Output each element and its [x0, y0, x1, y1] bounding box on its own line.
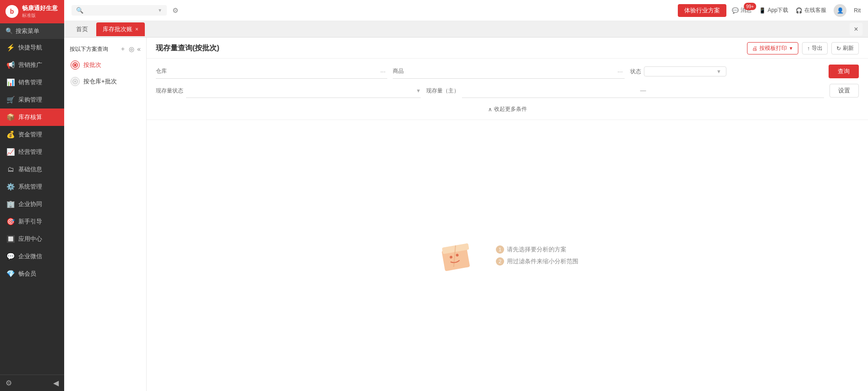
sidebar-item-quick-nav[interactable]: ⚡ 快捷导航 — [0, 39, 64, 56]
headset-icon: 🎧 — [796, 7, 802, 14]
inventory-status-dropdown-icon: ▼ — [416, 88, 421, 93]
page-title: 现存量查询(按批次) — [156, 43, 220, 53]
sidebar-nav: ⚡ 快捷导航 📢 营销推广 📊 销售管理 🛒 采购管理 📦 库存核算 💰 资金管… — [0, 39, 64, 375]
hint-1-num: 1 — [496, 245, 504, 254]
status-dropdown[interactable]: ▼ — [644, 66, 726, 76]
product-label: 商品 — [393, 67, 404, 75]
settings-footer-icon[interactable]: ⚙ — [5, 379, 12, 387]
header-gear-btn[interactable]: ⚙ — [172, 6, 178, 15]
app-name: 畅康通好生意 — [22, 5, 58, 12]
header-search-input[interactable] — [86, 7, 155, 14]
user-avatar[interactable]: 👤 — [834, 4, 846, 17]
collapse-more-button[interactable]: ∧ 收起更多条件 — [156, 103, 859, 116]
quantity-min-input[interactable] — [462, 86, 636, 96]
hint-2-text: 用过滤条件来缩小分析范围 — [507, 257, 578, 266]
scheme-batch-icon — [71, 60, 80, 70]
customer-service-button[interactable]: 🎧 在线客服 — [796, 6, 826, 14]
product-dots[interactable]: ··· — [615, 68, 625, 75]
export-button[interactable]: ↑ 导出 — [802, 42, 828, 54]
vip-icon: 💎 — [6, 270, 15, 278]
purchase-icon: 🛒 — [6, 96, 15, 104]
warehouse-input[interactable] — [170, 66, 379, 76]
product-input[interactable] — [407, 66, 615, 76]
filter-row-1: 仓库 ··· 商品 ··· 状态 ▼ — [156, 64, 859, 79]
operations-icon: 📈 — [6, 148, 15, 156]
sidebar-item-newbie[interactable]: 🎯 新手引导 — [0, 213, 64, 230]
product-filter-field[interactable]: 商品 ··· — [393, 64, 624, 79]
marketing-icon: 📢 — [6, 61, 15, 69]
sidebar-item-system[interactable]: ⚙️ 系统管理 — [0, 178, 64, 196]
quantity-range: — — [462, 84, 824, 98]
warehouse-filter-field[interactable]: 仓库 ··· — [156, 64, 387, 79]
collapse-left-icon[interactable]: « — [137, 45, 141, 53]
query-button[interactable]: 查询 — [829, 65, 859, 78]
refresh-button[interactable]: ↻ 刷新 — [831, 42, 859, 54]
scheme-by-warehouse-batch[interactable]: 按仓库+批次 — [64, 73, 146, 90]
sidebar-item-vip[interactable]: 💎 畅会员 — [0, 265, 64, 282]
empty-state: 1 请先选择要分析的方案 2 用过滤条件来缩小分析范围 — [147, 120, 868, 391]
sidebar-item-purchase[interactable]: 🛒 采购管理 — [0, 91, 64, 109]
hint-2-num: 2 — [496, 257, 504, 266]
tab-inventory-batch[interactable]: 库存批次账 × — [96, 22, 145, 36]
warehouse-dots[interactable]: ··· — [379, 68, 388, 75]
sidebar-item-inventory[interactable]: 📦 库存核算 — [0, 109, 64, 126]
tab-bar: 首页 库存批次账 × × — [64, 21, 868, 38]
sidebar-footer: ⚙ ◀ — [0, 375, 64, 391]
app-download-icon: 📱 — [759, 7, 766, 14]
message-icon: 💬 — [732, 7, 739, 14]
sidebar-item-enterprise[interactable]: 🏢 企业协同 — [0, 196, 64, 213]
status-label: 状态 — [630, 68, 641, 76]
print-icon: 🖨 — [752, 45, 758, 52]
sidebar-item-operations[interactable]: 📈 经营管理 — [0, 143, 64, 161]
settings-button[interactable]: 设置 — [830, 84, 859, 98]
scheme-by-batch[interactable]: 按批次 — [64, 57, 146, 73]
inventory-quantity-area: 现存量（主） — — [426, 84, 824, 98]
sidebar-item-finance[interactable]: 💰 资金管理 — [0, 126, 64, 143]
sidebar-item-sales[interactable]: 📊 销售管理 — [0, 74, 64, 91]
status-dropdown-icon: ▼ — [716, 69, 721, 74]
experience-button[interactable]: 体验行业方案 — [678, 4, 726, 17]
tab-panel-close-button[interactable]: × — [850, 23, 863, 36]
header-search-box[interactable]: 🔍 ▼ — [71, 5, 167, 16]
sidebar-item-marketing[interactable]: 📢 营销推广 — [0, 56, 64, 74]
sidebar-item-wechat[interactable]: 💬 企业微信 — [0, 248, 64, 265]
sidebar-item-basics[interactable]: 🗂 基础信息 — [0, 161, 64, 178]
filter-area: 仓库 ··· 商品 ··· 状态 ▼ — [147, 59, 868, 120]
wechat-icon: 💬 — [6, 252, 15, 261]
quantity-dash: — — [640, 87, 646, 94]
app-download-button[interactable]: 📱 App下载 — [759, 6, 788, 14]
manage-scheme-icon[interactable]: ◎ — [129, 45, 134, 53]
basics-icon: 🗂 — [6, 165, 15, 173]
print-dropdown-icon[interactable]: ▼ — [789, 46, 793, 51]
tab-home[interactable]: 首页 — [70, 22, 94, 36]
app-subtitle: 标准版 — [22, 12, 58, 19]
empty-text-block: 1 请先选择要分析的方案 2 用过滤条件来缩小分析范围 — [496, 245, 578, 266]
left-panel: 按以下方案查询 ＋ ◎ « 按批次 按仓库+批次 — [64, 38, 147, 391]
message-button[interactable]: 💬 消息 99+ — [732, 6, 752, 14]
print-button[interactable]: 🖨 按模板打印 ▼ — [747, 42, 798, 54]
sidebar-item-apps[interactable]: 🔲 应用中心 — [0, 230, 64, 248]
status-filter-area: 状态 ▼ — [630, 66, 823, 76]
main-area: 🔍 ▼ ⚙ 体验行业方案 💬 消息 99+ 📱 App下载 🎧 在线客服 — [64, 0, 868, 391]
empty-hint-2: 2 用过滤条件来缩小分析范围 — [496, 257, 578, 266]
finance-icon: 💰 — [6, 130, 15, 139]
enterprise-icon: 🏢 — [6, 200, 15, 208]
inventory-status-combo[interactable]: ▼ — [186, 83, 421, 98]
inventory-status-area: 现存量状态 ▼ — [156, 83, 421, 98]
page-actions: 🖨 按模板打印 ▼ ↑ 导出 ↻ 刷新 — [747, 42, 859, 54]
header-dropdown-icon[interactable]: ▼ — [158, 8, 162, 13]
inventory-quantity-label: 现存量（主） — [426, 87, 459, 95]
content-area: 按以下方案查询 ＋ ◎ « 按批次 按仓库+批次 — [64, 38, 868, 391]
user-name-label: Rit — [854, 7, 861, 14]
tab-close-icon[interactable]: × — [135, 26, 138, 33]
hint-1-text: 请先选择要分析的方案 — [507, 245, 566, 254]
add-scheme-icon[interactable]: ＋ — [120, 45, 126, 53]
inventory-status-label: 现存量状态 — [156, 87, 183, 95]
sales-icon: 📊 — [6, 78, 15, 87]
inventory-icon: 📦 — [6, 113, 15, 121]
sidebar: b 畅康通好生意 标准版 🔍 搜索菜单 ⚡ 快捷导航 📢 营销推广 📊 销售管理… — [0, 0, 64, 391]
collapse-sidebar-icon[interactable]: ◀ — [53, 379, 59, 387]
sidebar-search[interactable]: 🔍 搜索菜单 — [0, 23, 64, 39]
quantity-max-input[interactable] — [650, 86, 824, 96]
svg-point-3 — [74, 81, 76, 82]
